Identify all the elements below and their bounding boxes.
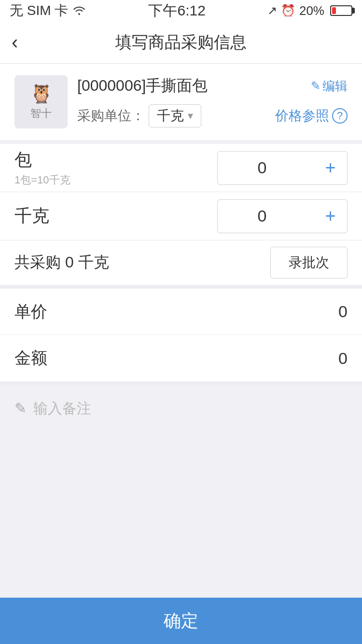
amount-label: 金额 — [14, 347, 47, 369]
amount-value: 0 — [338, 349, 348, 368]
product-thumbnail: 🦉 智十 — [14, 75, 68, 128]
page-title: 填写商品采购信息 — [115, 31, 247, 54]
remark-section[interactable]: ✎ 输入备注 — [0, 385, 362, 482]
unit-price-value: 0 — [338, 302, 348, 321]
product-name: [0000006]手撕面包 — [77, 75, 208, 97]
kg-label: 千克 — [14, 204, 49, 228]
amount-row: 金额 0 — [0, 335, 362, 381]
chevron-down-icon: ▾ — [188, 110, 193, 122]
bao-input-row: 包 1包=10千克 + — [0, 144, 362, 192]
product-thumb-label: 智十 — [30, 106, 52, 121]
bao-plus-button[interactable]: + — [314, 151, 348, 185]
battery-icon — [330, 5, 352, 16]
product-owl-icon: 🦉 — [30, 83, 53, 104]
pencil-icon: ✎ — [14, 400, 27, 417]
bao-sublabel: 1包=10千克 — [14, 173, 70, 187]
edit-button[interactable]: ✎ 编辑 — [311, 78, 348, 95]
product-card: 🦉 智十 [0000006]手撕面包 ✎ 编辑 采购单位： 千克 ▾ 价格参照 … — [0, 64, 362, 144]
unit-price-row: 单价 0 — [0, 289, 362, 335]
confirm-button[interactable]: 确定 — [0, 598, 362, 644]
summary-row: 共采购 0 千克 录批次 — [0, 240, 362, 289]
battery-percent: 20% — [299, 3, 324, 18]
quantity-input-section: 包 1包=10千克 + 千克 + — [0, 144, 362, 240]
status-bar: 无 SIM 卡 下午6:12 ↗ ⏰ 20% — [0, 0, 362, 21]
alarm-icon: ⏰ — [281, 4, 295, 17]
price-section: 单价 0 金额 0 — [0, 289, 362, 385]
unit-select[interactable]: 千克 ▾ — [149, 104, 201, 127]
product-info: [0000006]手撕面包 ✎ 编辑 采购单位： 千克 ▾ 价格参照 ? — [77, 75, 348, 127]
confirm-label: 确定 — [164, 609, 198, 633]
unit-value: 千克 — [157, 107, 184, 125]
bao-quantity-input[interactable] — [217, 151, 314, 185]
kg-plus-button[interactable]: + — [314, 199, 348, 233]
kg-input-row: 千克 + — [0, 192, 362, 240]
kg-quantity-input[interactable] — [217, 199, 314, 233]
wifi-icon — [72, 3, 86, 18]
total-purchase-label: 共采购 0 千克 — [14, 252, 109, 273]
price-ref-label: 价格参照 — [275, 107, 329, 125]
edit-icon: ✎ — [311, 79, 320, 93]
nav-bar: ‹ 填写商品采购信息 — [0, 21, 362, 64]
location-icon: ↗ — [267, 4, 277, 17]
question-icon: ? — [332, 108, 348, 124]
price-reference-button[interactable]: 价格参照 ? — [275, 107, 348, 125]
status-time: 下午6:12 — [148, 1, 205, 21]
remark-placeholder: 输入备注 — [33, 399, 91, 419]
edit-label: 编辑 — [322, 78, 348, 95]
unit-label: 采购单位： — [77, 107, 145, 125]
no-sim-label: 无 SIM 卡 — [10, 1, 68, 20]
bao-label: 包 — [14, 148, 70, 172]
unit-price-label: 单价 — [14, 301, 47, 323]
batch-record-button[interactable]: 录批次 — [270, 247, 348, 279]
back-button[interactable]: ‹ — [12, 31, 18, 53]
